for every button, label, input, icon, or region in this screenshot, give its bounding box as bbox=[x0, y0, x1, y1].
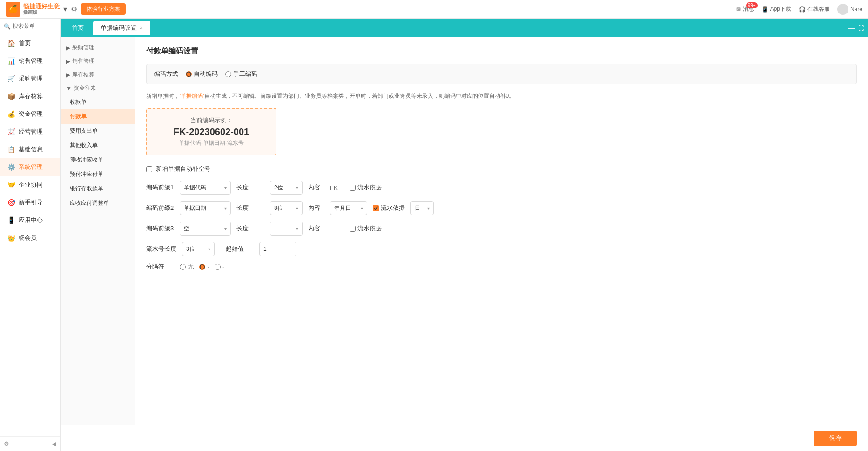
serial-basis-2[interactable]: 流水依据 bbox=[373, 204, 405, 212]
purchase-icon: 🛒 bbox=[7, 75, 15, 82]
sep-dot-radio[interactable] bbox=[199, 264, 205, 270]
online-service-btn[interactable]: 🎧 在线客服 bbox=[799, 5, 830, 13]
sidebar-label-member: 畅会员 bbox=[19, 234, 37, 242]
length-select-3[interactable]: ▾ bbox=[270, 222, 303, 236]
sep-dot2-radio[interactable] bbox=[215, 264, 221, 270]
sub-item-pre-receivable[interactable]: 预收冲应收单 bbox=[61, 153, 135, 167]
info-text: 新增单据时，'单据编码'自动生成，不可编辑。前缀设置为部门、业务员等档案类，开单… bbox=[146, 92, 857, 101]
auto-fill-row[interactable]: 新增单据自动补空号 bbox=[146, 165, 857, 173]
prefix-label-1: 编码前缀1 bbox=[146, 183, 174, 192]
serial-checkbox-3[interactable] bbox=[350, 226, 356, 232]
sidebar-item-member[interactable]: 👑 畅会员 bbox=[0, 229, 60, 247]
sub-header-capital[interactable]: ▼ 资金往来 bbox=[61, 81, 135, 95]
serial-basis-1[interactable]: 流水依据 bbox=[350, 183, 382, 192]
sub-header-sales[interactable]: ▶ 销售管理 bbox=[61, 54, 135, 68]
serial-unit-select[interactable]: 日 ▾ bbox=[410, 201, 434, 215]
sidebar-label-inventory: 库存核算 bbox=[19, 92, 43, 101]
sub-item-payment[interactable]: 付款单 bbox=[61, 109, 135, 124]
content-select-2[interactable]: 年月日 ▾ bbox=[330, 201, 367, 215]
length-select-1[interactable]: 2位 ▾ bbox=[270, 181, 303, 195]
sidebar-item-enterprise[interactable]: 🤝 企业协同 bbox=[0, 176, 60, 194]
auto-code-option[interactable]: 自动编码 bbox=[186, 70, 218, 78]
sep-none-radio[interactable] bbox=[180, 264, 186, 270]
chevron-down-serial: ▾ bbox=[208, 247, 210, 252]
length-label-3: 长度 bbox=[236, 224, 264, 233]
app-download-btn[interactable]: 📱 App下载 bbox=[761, 5, 791, 13]
app-download-label: App下载 bbox=[770, 5, 791, 13]
sub-item-bank[interactable]: 银行存取款单 bbox=[61, 182, 135, 196]
serial-length-row: 流水号长度 3位 ▾ 起始值 bbox=[146, 242, 857, 256]
sub-item-pre-payable[interactable]: 预付冲应付单 bbox=[61, 167, 135, 182]
start-value-label: 起始值 bbox=[226, 245, 254, 253]
sub-item-adjust[interactable]: 应收应付调整单 bbox=[61, 196, 135, 210]
sidebar-item-sales[interactable]: 📊 销售管理 bbox=[0, 52, 60, 70]
sidebar-item-system[interactable]: ⚙️ 系统管理 bbox=[0, 158, 60, 176]
sidebar-item-operations[interactable]: 📈 经营管理 bbox=[0, 123, 60, 141]
preview-label: 当前编码示例： bbox=[190, 116, 233, 125]
sub-item-receipt[interactable]: 收款单 bbox=[61, 95, 135, 109]
sales-icon: 📊 bbox=[7, 57, 15, 65]
sub-group-capital: ▼ 资金往来 收款单 付款单 费用支出单 其他收入单 预收冲应收单 预付冲应付单… bbox=[61, 81, 135, 210]
chevron-right-icon: ▶ bbox=[66, 45, 70, 51]
sidebar-item-finance[interactable]: 💰 资金管理 bbox=[0, 105, 60, 123]
message-btn[interactable]: ✉ 消息 99+ bbox=[736, 5, 754, 13]
prefix-select-1[interactable]: 单据代码 ▾ bbox=[180, 181, 231, 195]
chevron-down-2: ▾ bbox=[224, 206, 227, 211]
sub-item-expense[interactable]: 费用支出单 bbox=[61, 124, 135, 138]
sub-sidebar: ▶ 采购管理 ▶ 销售管理 ▶ 库存核算 bbox=[61, 37, 135, 425]
search-menu[interactable]: 🔍 搜索菜单 bbox=[0, 19, 60, 34]
chevron-down-unit: ▾ bbox=[427, 206, 430, 211]
sub-group-inventory: ▶ 库存核算 bbox=[61, 68, 135, 81]
manual-code-radio[interactable] bbox=[225, 71, 231, 77]
sidebar-label-enterprise: 企业协同 bbox=[19, 181, 43, 189]
dropdown-icon[interactable]: ▾ bbox=[63, 5, 67, 13]
save-button[interactable]: 保存 bbox=[814, 431, 857, 446]
message-badge: 99+ bbox=[746, 2, 758, 8]
sub-header-purchase[interactable]: ▶ 采购管理 bbox=[61, 41, 135, 54]
sep-dot-option[interactable]: · bbox=[199, 263, 209, 270]
search-label: 搜索菜单 bbox=[13, 22, 35, 30]
sep-dot2-option[interactable]: · bbox=[215, 263, 224, 270]
settings-icon[interactable]: ⚙ bbox=[71, 5, 77, 13]
sidebar-label-home: 首页 bbox=[19, 39, 31, 47]
sidebar-item-basic-info[interactable]: 📋 基础信息 bbox=[0, 141, 60, 158]
tab-encoding[interactable]: 单据编码设置 × bbox=[93, 21, 150, 35]
sidebar-item-inventory[interactable]: 📦 库存核算 bbox=[0, 88, 60, 105]
start-value-input[interactable] bbox=[259, 242, 296, 256]
preview-code: FK-20230602-001 bbox=[174, 127, 249, 137]
serial-checkbox-2[interactable] bbox=[373, 205, 379, 211]
sidebar-item-guide[interactable]: 🎯 新手引导 bbox=[0, 194, 60, 211]
serial-checkbox-1[interactable] bbox=[350, 185, 356, 191]
prefix-row-2: 编码前缀2 单据日期 ▾ 长度 8位 ▾ 内容 年月日 ▾ bbox=[146, 201, 857, 215]
serial-length-select[interactable]: 3位 ▾ bbox=[182, 242, 215, 256]
sidebar-label-apps: 应用中心 bbox=[19, 216, 43, 224]
trial-btn[interactable]: 体验行业方案 bbox=[81, 3, 126, 15]
sub-header-inventory[interactable]: ▶ 库存核算 bbox=[61, 68, 135, 81]
tab-close-icon[interactable]: × bbox=[140, 25, 143, 31]
sidebar-item-purchase[interactable]: 🛒 采购管理 bbox=[0, 70, 60, 88]
tabs-right-controls: — ⛶ bbox=[848, 25, 864, 32]
length-select-2[interactable]: 8位 ▾ bbox=[270, 201, 303, 215]
sidebar-item-home[interactable]: 🏠 首页 bbox=[0, 34, 60, 52]
minimize-icon[interactable]: — bbox=[848, 25, 855, 32]
footer-collapse-icon[interactable]: ◀ bbox=[52, 440, 56, 447]
tab-home[interactable]: 首页 bbox=[64, 21, 91, 35]
user-profile[interactable]: Nare bbox=[837, 4, 862, 15]
manual-code-option[interactable]: 手工编码 bbox=[225, 70, 257, 78]
sep-none-option[interactable]: 无 bbox=[180, 263, 194, 271]
sidebar-item-apps[interactable]: 📱 应用中心 bbox=[0, 211, 60, 229]
sub-item-other-income[interactable]: 其他收入单 bbox=[61, 138, 135, 153]
tab-encoding-label: 单据编码设置 bbox=[101, 24, 137, 32]
header-left: 🍊 畅捷通好生意 插画版 ▾ ⚙ 体验行业方案 bbox=[6, 2, 126, 17]
serial-basis-3[interactable]: 流水依据 bbox=[350, 224, 382, 233]
sub-group-sales: ▶ 销售管理 bbox=[61, 54, 135, 68]
prefix-select-3[interactable]: 空 ▾ bbox=[180, 222, 231, 236]
service-label: 在线客服 bbox=[807, 5, 830, 13]
sidebar-label-purchase: 采购管理 bbox=[19, 74, 43, 83]
prefix-select-2[interactable]: 单据日期 ▾ bbox=[180, 201, 231, 215]
footer-settings-icon[interactable]: ⚙ bbox=[4, 440, 9, 447]
auto-code-radio[interactable] bbox=[186, 71, 192, 77]
main-content: 付款单编码设置 编码方式 自动编码 手工编码 bbox=[135, 37, 868, 425]
auto-fill-checkbox[interactable] bbox=[146, 166, 152, 172]
maximize-icon[interactable]: ⛶ bbox=[858, 25, 864, 32]
